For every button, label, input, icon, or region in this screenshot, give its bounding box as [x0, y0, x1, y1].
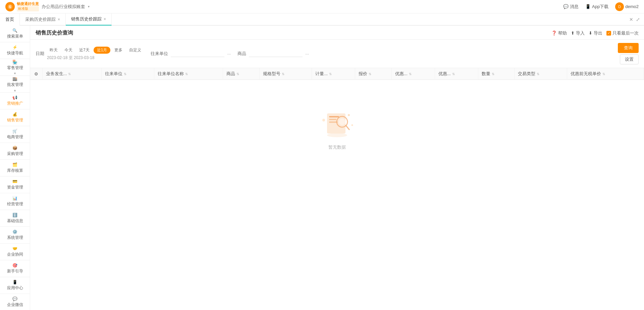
goods-dots[interactable]: ···	[305, 51, 309, 56]
app-center-icon: 📱	[12, 280, 17, 285]
th-quote[interactable]: 报价 ⇅	[355, 68, 392, 80]
th-qty[interactable]: 数量 ⇅	[478, 68, 515, 80]
sidebar-item-sales-mgmt[interactable]: 💰 销售管理	[0, 109, 30, 126]
sidebar-label-ecommerce-mgmt: 电商管理	[7, 134, 23, 140]
sidebar-label-retail-mgmt: 零售管理	[7, 65, 23, 71]
date-btn-yesterday[interactable]: 昨天	[47, 47, 60, 54]
counterparty-dots[interactable]: ···	[227, 51, 231, 56]
app-title: 办公用品行业模拟账套	[42, 4, 85, 10]
empty-illustration	[317, 107, 357, 140]
sidebar-item-system-mgmt[interactable]: ⚙️ 系统管理	[0, 227, 30, 244]
only-last-checkbox[interactable]: ✓ 只看最后一次	[606, 30, 639, 36]
app-download-btn[interactable]: 📱 App下载	[585, 4, 608, 10]
app-dropdown-arrow[interactable]: ▾	[88, 5, 90, 8]
sidebar-item-enterprise-wechat[interactable]: 💬 企业微信	[0, 294, 30, 310]
message-label: 消息	[570, 4, 579, 10]
sidebar-label-sales-mgmt: 销售管理	[7, 117, 23, 123]
sidebar-item-finance-mgmt[interactable]: 💳 资金管理	[0, 176, 30, 193]
column-settings-icon[interactable]: ⚙	[34, 71, 38, 76]
sidebar-item-app-center[interactable]: 📱 应用中心	[0, 277, 30, 294]
sidebar-label-beginner-guide: 新手引导	[7, 268, 23, 274]
message-btn[interactable]: 💬 消息	[563, 4, 579, 10]
sidebar-item-search-menu[interactable]: 🔍 搜索菜单	[0, 25, 30, 42]
sidebar-item-wholesale-mgmt[interactable]: 🏬 批发管理 ▴	[0, 76, 30, 93]
date-btn-custom[interactable]: 自定义	[126, 47, 144, 54]
sidebar-item-beginner-guide[interactable]: 🎯 新手引导	[0, 260, 30, 277]
logo-area: 6 畅捷通好生意 标准版	[5, 2, 39, 11]
th-biz-date[interactable]: 业务发生... ⇅	[42, 68, 102, 80]
sidebar-label-app-center: 应用中心	[7, 285, 23, 291]
date-btn-7days[interactable]: 近7天	[76, 47, 92, 54]
th-goods[interactable]: 商品 ⇅	[223, 68, 259, 80]
tab-sales-history[interactable]: 销售历史价跟踪 ×	[66, 13, 112, 25]
export-label: 导出	[594, 30, 602, 36]
sort-icon-discount1: ⇅	[409, 72, 412, 76]
content-area: 销售历史价查询 ❓ 帮助 ⬆ 导入 ⬇ 导出 ✓	[30, 25, 644, 310]
th-unit[interactable]: 计量... ⇅	[312, 68, 355, 80]
sort-icon-pretax-price: ⇅	[602, 72, 605, 76]
empty-text: 暂无数据	[328, 144, 346, 150]
export-btn[interactable]: ⬇ 导出	[589, 30, 602, 36]
th-settings[interactable]: ⚙	[30, 68, 42, 80]
sidebar-label-inventory-check: 库存核算	[7, 168, 23, 173]
sidebar-item-basic-info[interactable]: ℹ️ 基础信息	[0, 210, 30, 227]
help-label: 帮助	[558, 30, 567, 36]
sidebar-item-marketing-promo[interactable]: 📢 营销推广	[0, 93, 30, 109]
retail-mgmt-icon: 🏪	[12, 60, 17, 64]
date-btn-1month[interactable]: 近1月	[94, 47, 111, 54]
tab-purchase-history[interactable]: 采购历史价跟踪 ×	[20, 13, 66, 25]
th-discount2[interactable]: 优惠... ⇅	[435, 68, 478, 80]
tab-sales-history-close[interactable]: ×	[104, 17, 106, 21]
empty-state: 暂无数据	[30, 80, 644, 177]
enterprise-coop-icon: 🤝	[12, 246, 17, 251]
th-counterparty-name[interactable]: 往来单位名称 ⇅	[154, 68, 223, 80]
settings-button[interactable]: 设置	[620, 54, 639, 64]
tab-expand-btn[interactable]: ⤢	[636, 17, 640, 22]
filter-bar: 日期 昨天 今天 近7天 近1月 更多 自定义 2023-02-18 至 202…	[30, 40, 644, 68]
main-layout: 🔍 搜索菜单 ⚡ 快捷导航 🏪 零售管理 ▾ 🏬 批发管理 ▴ 📢 营销推广 💰…	[0, 25, 644, 310]
th-trade-type[interactable]: 交易类型 ⇅	[515, 68, 567, 80]
tab-close-all-btn[interactable]: ✕	[629, 17, 633, 22]
tab-purchase-history-close[interactable]: ×	[58, 17, 60, 22]
sidebar-item-quick-nav[interactable]: ⚡ 快捷导航	[0, 42, 30, 59]
import-btn[interactable]: ⬆ 导入	[571, 30, 585, 36]
sort-icon-discount2: ⇅	[452, 72, 455, 76]
date-btn-more[interactable]: 更多	[112, 47, 125, 54]
table-area: ⚙ 业务发生... ⇅ 往来单位 ⇅	[30, 68, 644, 310]
th-spec[interactable]: 规格型号 ⇅	[259, 68, 312, 80]
sidebar-item-biz-mgmt[interactable]: 📊 经营管理	[0, 193, 30, 210]
import-icon: ⬆	[571, 31, 575, 36]
sidebar-item-purchase-mgmt[interactable]: 📦 采购管理	[0, 143, 30, 160]
sidebar-label-enterprise-coop: 企业协同	[7, 252, 23, 257]
sidebar-item-inventory-check[interactable]: 🗂️ 库存核算	[0, 160, 30, 176]
date-label: 日期	[36, 51, 44, 57]
counterparty-input[interactable]	[171, 50, 224, 57]
tab-home[interactable]: 首页	[0, 13, 20, 25]
help-btn[interactable]: ❓ 帮助	[551, 30, 567, 36]
sidebar-item-ecommerce-mgmt[interactable]: 🛒 电商管理	[0, 126, 30, 143]
date-btn-today[interactable]: 今天	[62, 47, 75, 54]
goods-input[interactable]	[249, 50, 303, 57]
top-bar: 6 畅捷通好生意 标准版 办公用品行业模拟账套 ▾ 💬 消息 📱 App下载 D…	[0, 0, 644, 13]
user-profile-btn[interactable]: D demo2	[615, 2, 639, 11]
sort-icon-trade-type: ⇅	[537, 72, 539, 76]
th-discount1[interactable]: 优惠... ⇅	[391, 68, 435, 80]
tab-home-label: 首页	[5, 16, 14, 22]
sidebar-label-marketing-promo: 营销推广	[7, 101, 23, 106]
sidebar-label-wholesale-mgmt: 批发管理	[7, 82, 23, 88]
badge-text: 标准版	[17, 6, 39, 11]
top-bar-left: 6 畅捷通好生意 标准版 办公用品行业模拟账套 ▾	[5, 2, 90, 11]
th-counterparty[interactable]: 往来单位 ⇅	[102, 68, 154, 80]
page-title-row: 销售历史价查询 ❓ 帮助 ⬆ 导入 ⬇ 导出 ✓	[36, 30, 639, 37]
import-label: 导入	[576, 30, 585, 36]
biz-mgmt-icon: 📊	[12, 196, 17, 201]
app-download-label: App下载	[592, 4, 608, 10]
th-pretax-price[interactable]: 优惠前无税单价 ⇅	[567, 68, 644, 80]
sidebar-item-enterprise-coop[interactable]: 🤝 企业协同	[0, 244, 30, 260]
goods-filter-group: 商品 ···	[237, 50, 309, 57]
mobile-icon: 📱	[585, 4, 591, 9]
svg-text:6: 6	[9, 5, 11, 9]
sidebar-item-retail-mgmt[interactable]: 🏪 零售管理 ▾	[0, 59, 30, 76]
query-button[interactable]: 查询	[618, 43, 639, 53]
logo-text: 畅捷通好生意	[17, 2, 39, 6]
